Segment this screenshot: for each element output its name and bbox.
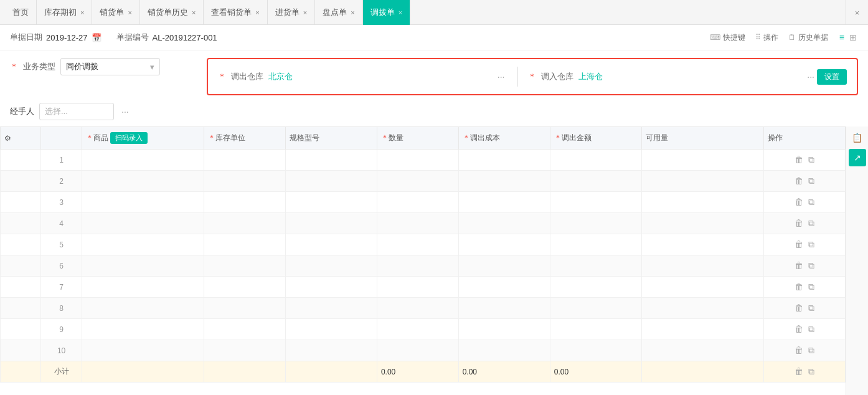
handler-select[interactable]: 选择... [39, 103, 114, 120]
spec-cell[interactable] [285, 192, 377, 213]
qty-cell[interactable] [377, 255, 458, 277]
copy-icon[interactable]: ⧉ [807, 302, 816, 315]
biz-type-select[interactable]: 同价调拨 ▾ [60, 58, 160, 75]
qty-cell[interactable] [377, 319, 458, 340]
delete-icon[interactable]: 🗑 [793, 365, 804, 378]
close-icon[interactable]: × [399, 9, 402, 16]
tab-transfer[interactable]: 调拨单 × [363, 0, 410, 25]
product-cell[interactable] [82, 319, 204, 340]
product-cell[interactable] [82, 255, 204, 277]
shortcuts-btn[interactable]: ⌨ 快捷键 [710, 32, 745, 43]
product-cell[interactable] [82, 340, 204, 361]
copy-icon[interactable]: ⧉ [807, 259, 816, 272]
close-icon[interactable]: × [192, 9, 196, 16]
export-sidebar-icon[interactable]: ↗ [849, 149, 866, 166]
qty-cell[interactable] [377, 234, 458, 255]
unit-cell[interactable] [204, 234, 285, 255]
qty-cell[interactable] [377, 171, 458, 192]
close-icon[interactable]: × [80, 9, 84, 16]
tab-inventory-init[interactable]: 库存期初 × [37, 0, 92, 25]
out-warehouse-more-btn[interactable]: ··· [495, 72, 507, 82]
cost-cell[interactable] [458, 234, 550, 255]
delete-icon[interactable]: 🗑 [793, 259, 804, 272]
unit-cell[interactable] [204, 192, 285, 213]
scan-button[interactable]: 扫码录入 [110, 132, 148, 144]
spec-cell[interactable] [285, 150, 377, 171]
copy-icon[interactable]: ⧉ [807, 323, 816, 336]
cost-cell[interactable] [458, 277, 550, 298]
amount-cell[interactable] [550, 255, 641, 277]
cost-cell[interactable] [458, 255, 550, 277]
qty-cell[interactable] [377, 213, 458, 234]
cost-cell[interactable] [458, 150, 550, 171]
spec-cell[interactable] [285, 234, 377, 255]
amount-cell[interactable] [550, 298, 641, 319]
gear-column-header[interactable]: ⚙ [1, 127, 41, 150]
amount-cell[interactable] [550, 171, 641, 192]
product-cell[interactable] [82, 150, 204, 171]
cost-cell[interactable] [458, 298, 550, 319]
copy-icon[interactable]: ⧉ [807, 153, 816, 166]
qty-cell[interactable] [377, 192, 458, 213]
unit-cell[interactable] [204, 171, 285, 192]
unit-cell[interactable] [204, 150, 285, 171]
layout-grid-icon[interactable]: ⊞ [848, 31, 858, 44]
amount-cell[interactable] [550, 277, 641, 298]
delete-icon[interactable]: 🗑 [793, 280, 804, 293]
copy-icon[interactable]: ⧉ [807, 280, 816, 293]
tab-close-all[interactable]: × [846, 0, 868, 25]
amount-cell[interactable] [550, 150, 641, 171]
copy-icon[interactable]: ⧉ [807, 344, 816, 357]
cost-cell[interactable] [458, 171, 550, 192]
history-btn[interactable]: 🗒 历史单据 [788, 32, 828, 43]
spec-cell[interactable] [285, 255, 377, 277]
unit-cell[interactable] [204, 213, 285, 234]
tab-inventory-count[interactable]: 盘点单 × [315, 0, 362, 25]
amount-cell[interactable] [550, 340, 641, 361]
cost-cell[interactable] [458, 319, 550, 340]
operations-btn[interactable]: ⠿ 操作 [755, 32, 778, 43]
unit-cell[interactable] [204, 340, 285, 361]
close-icon[interactable]: × [351, 9, 354, 16]
copy-icon[interactable]: ⧉ [807, 238, 816, 251]
spec-cell[interactable] [285, 213, 377, 234]
tab-sales-order[interactable]: 销货单 × [92, 0, 139, 25]
close-icon[interactable]: × [255, 9, 259, 16]
qty-cell[interactable] [377, 298, 458, 319]
unit-cell[interactable] [204, 298, 285, 319]
product-cell[interactable] [82, 234, 204, 255]
unit-cell[interactable] [204, 255, 285, 277]
cost-cell[interactable] [458, 340, 550, 361]
tab-home[interactable]: 首页 [5, 0, 37, 25]
spec-cell[interactable] [285, 277, 377, 298]
cost-cell[interactable] [458, 213, 550, 234]
close-icon[interactable]: × [303, 9, 307, 16]
in-warehouse-more-btn[interactable]: ··· [804, 72, 817, 82]
product-cell[interactable] [82, 171, 204, 192]
amount-cell[interactable] [550, 213, 641, 234]
doc-sidebar-icon[interactable]: 📋 [851, 129, 864, 146]
delete-icon[interactable]: 🗑 [793, 302, 804, 314]
cost-cell[interactable] [458, 192, 550, 213]
product-cell[interactable] [82, 213, 204, 234]
delete-icon[interactable]: 🗑 [793, 323, 804, 335]
product-cell[interactable] [82, 298, 204, 319]
delete-icon[interactable]: 🗑 [793, 217, 804, 229]
spec-cell[interactable] [285, 298, 377, 319]
qty-cell[interactable] [377, 340, 458, 361]
copy-icon[interactable]: ⧉ [807, 365, 816, 378]
spec-cell[interactable] [285, 171, 377, 192]
tab-sales-history[interactable]: 销货单历史 × [140, 0, 204, 25]
handler-more-btn[interactable]: ··· [119, 107, 131, 117]
delete-icon[interactable]: 🗑 [793, 344, 804, 356]
qty-cell[interactable] [377, 150, 458, 171]
unit-cell[interactable] [204, 277, 285, 298]
copy-icon[interactable]: ⧉ [807, 217, 816, 230]
product-cell[interactable] [82, 277, 204, 298]
amount-cell[interactable] [550, 192, 641, 213]
copy-icon[interactable]: ⧉ [807, 174, 816, 188]
product-cell[interactable] [82, 192, 204, 213]
layout-list-icon[interactable]: ≡ [838, 31, 846, 44]
spec-cell[interactable] [285, 340, 377, 361]
spec-cell[interactable] [285, 319, 377, 340]
